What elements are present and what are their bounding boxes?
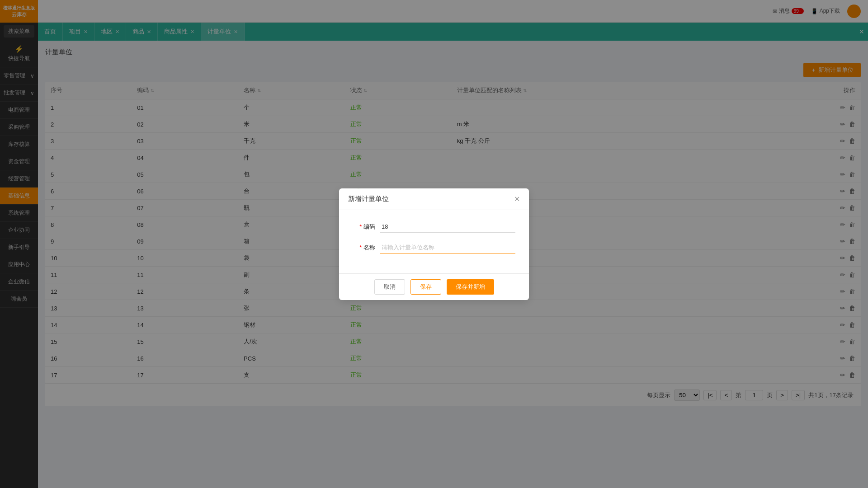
cancel-button[interactable]: 取消: [374, 279, 405, 295]
name-label: 名称: [353, 244, 375, 252]
code-input[interactable]: [380, 221, 515, 233]
code-field-row: 编码: [353, 221, 515, 233]
name-field-row: 名称: [353, 242, 515, 253]
add-unit-modal: 新增计量单位 ✕ 编码 名称 取消 保存 保存并新增: [339, 188, 529, 300]
modal-footer: 取消 保存 保存并新增: [339, 273, 529, 300]
save-and-new-button[interactable]: 保存并新增: [447, 279, 494, 295]
modal-overlay[interactable]: 新增计量单位 ✕ 编码 名称 取消 保存 保存并新增: [0, 0, 868, 488]
save-button[interactable]: 保存: [410, 279, 441, 295]
modal-close-btn[interactable]: ✕: [514, 195, 520, 203]
code-label: 编码: [353, 223, 375, 231]
name-input[interactable]: [380, 242, 515, 253]
modal-title: 新增计量单位: [348, 195, 389, 203]
modal-body: 编码 名称: [339, 210, 529, 273]
modal-header: 新增计量单位 ✕: [339, 188, 529, 210]
